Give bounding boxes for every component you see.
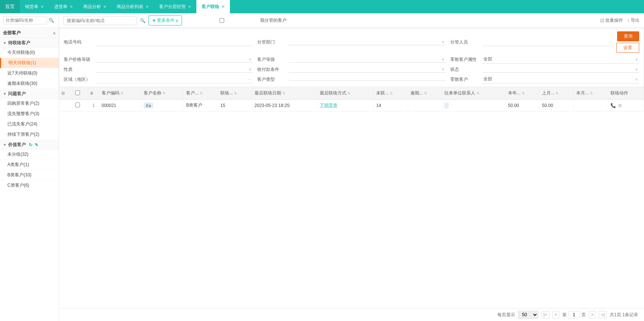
customer-level-select[interactable]: ∨ (289, 56, 446, 63)
sidebar-item-repurchase-abnormal[interactable]: 回购异常客户(2) (0, 99, 59, 109)
sidebar-search-input[interactable] (3, 16, 47, 24)
sidebar-item-week[interactable]: 近7天待联络(0) (0, 68, 59, 79)
filter-row-gender: 性质 ∨ (64, 66, 253, 73)
sidebar-item-class-c[interactable]: C类客户(6) (0, 180, 59, 191)
st-down-arrow: ∨ (635, 67, 638, 71)
customer-type-select[interactable] (289, 78, 446, 81)
sidebar-item-class-a[interactable]: A类客户(1) (0, 160, 59, 170)
page-size-select[interactable]: 50 100 200 (518, 311, 538, 319)
row-select-checkbox[interactable] (75, 103, 80, 107)
nav-sales-order[interactable]: 销货单 ✕ (20, 0, 49, 13)
nav-product-analysis[interactable]: 商品分析 ✕ (78, 0, 112, 13)
col-this-month[interactable]: 本月... ⇅ (574, 87, 608, 100)
filter-row-retail-customer: 零散客户 全部 ∨ (450, 75, 639, 84)
filter-row-payment: 收付款条件 ∨ (257, 66, 446, 73)
action-grid-icon[interactable]: ⊞ (618, 103, 622, 108)
col-name[interactable]: 客户名称 ⇅ (141, 87, 184, 100)
col-unit-contact[interactable]: 往来单位联系人 ⇅ (442, 87, 505, 100)
sidebar-item-today[interactable]: 今天待联络(0) (0, 48, 59, 58)
close-customer-tier-icon[interactable]: ✕ (188, 4, 191, 9)
close-purchase-order-icon[interactable]: ✕ (70, 4, 73, 9)
my-customers-checkbox-area[interactable]: 我分管的客户 (185, 17, 287, 24)
close-product-analysis-icon[interactable]: ✕ (103, 4, 106, 9)
row-unit-contact (442, 100, 505, 111)
sidebar-item-lost-potential[interactable]: 流失预警客户(3) (0, 109, 59, 119)
query-button[interactable]: 查询 (617, 31, 639, 41)
col-last-contact-method[interactable]: 最后联络方式 ⇅ (317, 87, 374, 100)
row-customer-type: B类客户 (184, 100, 218, 111)
nav-home[interactable]: 首页 (0, 0, 20, 13)
sidebar-item-class-b[interactable]: B类客户(33) (0, 170, 59, 180)
sidebar-search-icon[interactable]: 🔍 (49, 18, 54, 23)
nav-product-analysis-list[interactable]: 商品分析列表 ✕ (112, 0, 154, 13)
settings-button[interactable]: 设置 (616, 43, 639, 53)
group-problem-arrow: ▼ (3, 92, 7, 96)
col-contact-count[interactable]: 联络... ⇅ (218, 87, 252, 100)
filter-row-manager: 分管人员 ··· 查询 设置 (450, 31, 639, 53)
last-page-button[interactable]: >| (599, 311, 607, 318)
group-problem-customers[interactable]: ▼ 问题客户 (0, 89, 59, 99)
nav-customer-contact[interactable]: 客户联络 ✕ (196, 0, 230, 13)
sidebar-item-continuous-decline[interactable]: 持续下滑客户(2) (0, 130, 59, 140)
col-code[interactable]: 客户编码 ⇅ (99, 87, 141, 100)
table-area: ⚙ # 客户编码 ⇅ (59, 87, 644, 308)
dept-select[interactable]: ∨ (289, 39, 446, 45)
value-refresh-icon[interactable]: ↻ (29, 142, 32, 148)
filter-bar: 🔍 ▼ 更多条件 ∧ 我分管的客户 ☑ 批量操作 ↑ 导出 (59, 13, 644, 28)
select-all-checkbox[interactable] (75, 90, 80, 95)
group-pending-contact[interactable]: ▼ 待联络客户 (0, 38, 59, 48)
column-gear-icon[interactable]: ⚙ (61, 91, 65, 96)
sidebar-item-tomorrow[interactable]: 明天待联络(1) (0, 58, 59, 68)
next-page-button[interactable]: > (589, 311, 596, 318)
action-phone-icon[interactable]: 📞 (610, 103, 616, 108)
sidebar-item-overdue[interactable]: 逾期未联络(30) (0, 79, 59, 89)
prev-page-button[interactable]: < (552, 311, 559, 318)
sidebar-item-lost[interactable]: 已流失客户(24) (0, 119, 59, 130)
col-last-month[interactable]: 上月... ⇅ (540, 87, 574, 100)
col-gear: ⚙ (59, 87, 73, 100)
rc-down-arrow: ∨ (635, 77, 638, 81)
export-icon: ↑ (627, 18, 630, 23)
col-ty-sort: ⇅ (522, 91, 525, 95)
my-customers-checkbox[interactable] (185, 18, 259, 23)
close-customer-contact-icon[interactable]: ✕ (221, 4, 225, 9)
filter-search-icon[interactable]: 🔍 (140, 18, 146, 23)
retail-customer-select[interactable]: 全部 ∨ (482, 75, 639, 84)
col-uc-sort: ⇅ (476, 91, 479, 95)
region-dots: ··· (248, 77, 251, 82)
cl-down-arrow: ∨ (442, 57, 444, 61)
gender-select[interactable]: ∨ (95, 66, 253, 73)
col-last-contact-date[interactable]: 最后联络日期 ⇅ (252, 87, 317, 100)
first-page-button[interactable]: |< (541, 311, 549, 318)
export-button[interactable]: ↑ 导出 (627, 17, 640, 24)
col-customer-type[interactable]: 客户... ⇅ (184, 87, 218, 100)
all-customers-collapse-icon[interactable]: « (53, 31, 56, 36)
page-number-input[interactable] (568, 311, 580, 318)
value-edit-icon[interactable]: ✎ (35, 142, 38, 148)
col-this-year[interactable]: 本年... ⇅ (505, 87, 540, 100)
status-select[interactable]: ∨ (482, 66, 639, 73)
row-name: Ea (141, 100, 184, 111)
region-select[interactable]: ··· (95, 76, 253, 83)
dept-down-arrow: ∨ (442, 40, 444, 44)
col-code-sort: ⇅ (120, 91, 123, 95)
close-product-analysis-list-icon[interactable]: ✕ (146, 4, 149, 9)
sidebar-item-unclassified[interactable]: 未分组(32) (0, 149, 59, 160)
col-contact-sort: ⇅ (234, 91, 237, 95)
col-not-contacted[interactable]: 未联... ⇅ (374, 87, 408, 100)
more-filter-button[interactable]: ▼ 更多条件 ∧ (148, 15, 182, 25)
batch-op-button[interactable]: ☑ 批量操作 (600, 17, 623, 24)
nav-customer-tier[interactable]: 客户分层经营 ✕ (154, 0, 196, 13)
group-value-customers[interactable]: ▼ 价值客户 ↻ ✎ (0, 140, 59, 149)
search-input[interactable] (63, 16, 137, 25)
close-sales-order-icon[interactable]: ✕ (41, 4, 44, 9)
phone-input[interactable] (95, 38, 253, 46)
all-customers-header[interactable]: 全部客户 « (0, 28, 59, 38)
col-overdue[interactable]: 逾期... ⇅ (408, 87, 442, 100)
payment-select[interactable]: ∨ (289, 66, 446, 73)
manager-select[interactable]: ··· (482, 38, 614, 46)
contact-method-link[interactable]: 下销货单 (320, 103, 337, 108)
customer-value-select[interactable]: ∨ (95, 56, 253, 63)
nav-purchase-order[interactable]: 进货单 ✕ (49, 0, 78, 13)
retail-attr-select[interactable]: 全部 ∨ (482, 55, 639, 64)
